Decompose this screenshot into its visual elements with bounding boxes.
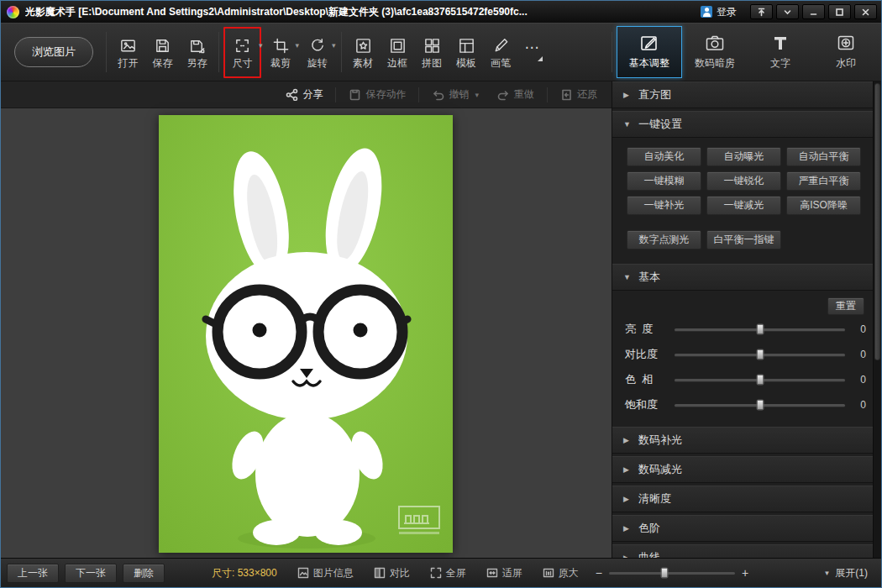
maximize-icon — [835, 8, 844, 17]
expand-filmstrip-button[interactable]: ▼ 展开(1) — [823, 566, 868, 580]
zoom-in-button[interactable]: + — [742, 566, 748, 580]
zoom-track[interactable] — [609, 572, 735, 575]
section-digital-filllight[interactable]: ▶ 数码补光 — [612, 427, 874, 454]
panel-scrollbar[interactable] — [873, 81, 881, 559]
open-button[interactable]: 打开 — [111, 28, 145, 76]
toolbar-separator — [612, 32, 612, 72]
tab-digital-darkroom[interactable]: 数码暗房 — [682, 26, 748, 78]
save-as-button[interactable]: 另存 — [180, 28, 214, 76]
onekey-blur-button[interactable]: 一键模糊 — [627, 171, 701, 191]
fullscreen-button[interactable]: 全屏 — [430, 566, 466, 580]
brightness-track[interactable] — [675, 328, 845, 331]
zoom-control: − + — [596, 566, 748, 580]
expanded-arrow-icon: ▼ — [623, 273, 631, 281]
share-icon — [286, 88, 298, 101]
minimize-button[interactable] — [802, 4, 825, 19]
scrollbar-thumb[interactable] — [874, 83, 880, 360]
fullscreen-icon — [430, 567, 442, 579]
expanded-arrow-icon: ▼ — [623, 120, 631, 129]
crop-button[interactable]: 裁剪 — [264, 28, 298, 76]
rotate-button[interactable]: 旋转 — [300, 28, 334, 76]
close-button[interactable] — [854, 4, 877, 19]
tab-text[interactable]: 文字 — [748, 26, 813, 78]
crop-dropdown-arrow[interactable]: ▾ — [296, 41, 300, 50]
brush-button[interactable]: 画笔 — [484, 28, 518, 76]
action-bar: 分享 保存动作 撤销 ▾ 重做 还原 — [1, 81, 612, 108]
browse-images-button[interactable]: 浏览图片 — [14, 37, 93, 67]
auto-exposure-button[interactable]: 自动曝光 — [706, 147, 781, 166]
zoom-out-button[interactable]: − — [596, 566, 602, 580]
actionbar-separator — [547, 87, 548, 102]
reset-button[interactable]: 重置 — [827, 297, 864, 315]
slider-brightness: 亮 度 0 — [612, 317, 874, 342]
original-size-button[interactable]: 原大 — [543, 566, 579, 580]
collapsed-arrow-icon: ▶ — [623, 436, 631, 444]
save-button[interactable]: 保存 — [145, 28, 180, 76]
severe-whitebalance-button[interactable]: 严重白平衡 — [786, 171, 861, 191]
onekey-sharpen-button[interactable]: 一键锐化 — [706, 171, 781, 191]
delete-image-button[interactable]: 删除 — [123, 564, 165, 583]
hue-track[interactable] — [675, 379, 845, 381]
skin-menu-button[interactable] — [776, 4, 799, 19]
section-histogram[interactable]: ▶ 直方图 — [612, 81, 874, 108]
section-clarity[interactable]: ▶ 清晰度 — [612, 486, 874, 512]
contrast-thumb[interactable] — [756, 349, 764, 360]
undo-dropdown-arrow[interactable]: ▾ — [475, 91, 479, 99]
chevron-down-icon — [783, 8, 792, 17]
image-info-button[interactable]: 图片信息 — [297, 566, 354, 580]
compare-button[interactable]: 对比 — [374, 566, 410, 580]
fit-screen-button[interactable]: 适屏 — [486, 566, 522, 580]
tab-watermark[interactable]: 水印 — [813, 26, 879, 78]
undo-icon — [432, 88, 444, 101]
section-onekey-settings[interactable]: ▼ 一键设置 — [612, 111, 874, 138]
undo-button[interactable]: 撤销 ▾ — [426, 87, 485, 102]
brightness-thumb[interactable] — [756, 324, 764, 335]
adjust-panel: ▶ 直方图 ▼ 一键设置 自动美化 自动曝光 自动白平衡 一键模糊 一键锐化 严… — [612, 81, 874, 559]
slider-contrast: 对比度 0 — [612, 342, 874, 367]
toolbar-separator — [218, 32, 219, 72]
auto-beautify-button[interactable]: 自动美化 — [627, 147, 701, 166]
redo-button[interactable]: 重做 — [491, 87, 540, 102]
saturation-thumb[interactable] — [756, 400, 764, 411]
resize-icon — [234, 37, 251, 55]
size-dropdown-arrow[interactable]: ▾ — [259, 41, 263, 50]
share-button[interactable]: 分享 — [280, 87, 328, 102]
rotate-dropdown-arrow[interactable]: ▾ — [332, 41, 336, 50]
pin-up-button[interactable] — [750, 4, 773, 19]
canvas-area — [1, 108, 612, 559]
next-image-button[interactable]: 下一张 — [65, 564, 117, 583]
contrast-track[interactable] — [675, 354, 845, 356]
hue-thumb[interactable] — [756, 375, 764, 386]
user-icon — [701, 6, 712, 18]
zoom-thumb[interactable] — [660, 568, 668, 579]
auto-whitebalance-button[interactable]: 自动白平衡 — [786, 147, 861, 166]
size-button-highlighted[interactable]: 尺寸 — [223, 27, 261, 78]
section-levels[interactable]: ▶ 色阶 — [612, 515, 874, 542]
template-button[interactable]: 模板 — [449, 28, 484, 76]
section-digital-dimlight[interactable]: ▶ 数码减光 — [612, 456, 874, 483]
section-basic[interactable]: ▼ 基本 — [612, 264, 874, 291]
border-button[interactable]: 边框 — [381, 28, 415, 76]
app-logo-icon — [7, 6, 19, 18]
whitebalance-picker-button[interactable]: 白平衡一指键 — [706, 230, 781, 249]
more-tools-button[interactable]: ⋯ — [518, 28, 547, 76]
titlebar: 光影魔术手 [E:\Document And Settings2\Adminis… — [1, 1, 881, 23]
restore-button[interactable]: 还原 — [554, 87, 603, 102]
spot-metering-button[interactable]: 数字点测光 — [627, 230, 701, 249]
high-iso-denoise-button[interactable]: 高ISO降噪 — [786, 196, 861, 215]
collapsed-arrow-icon: ▶ — [623, 495, 631, 503]
maximize-button[interactable] — [828, 4, 851, 19]
login-button[interactable]: 登录 — [696, 3, 747, 21]
expand-arrow-icon: ▼ — [823, 570, 830, 577]
save-action-button[interactable]: 保存动作 — [343, 87, 412, 102]
previous-image-button[interactable]: 上一张 — [7, 564, 59, 583]
save-icon — [154, 37, 171, 55]
window-title: 光影魔术手 [E:\Document And Settings2\Adminis… — [25, 5, 528, 19]
material-button[interactable]: 素材 — [346, 28, 381, 76]
text-icon — [770, 34, 790, 52]
saturation-track[interactable] — [675, 404, 845, 407]
onekey-dimlight-button[interactable]: 一键减光 — [706, 196, 781, 215]
onekey-filllight-button[interactable]: 一键补光 — [627, 196, 701, 215]
tab-basic-adjust[interactable]: 基本调整 — [617, 26, 682, 78]
collage-button[interactable]: 拼图 — [415, 28, 449, 76]
